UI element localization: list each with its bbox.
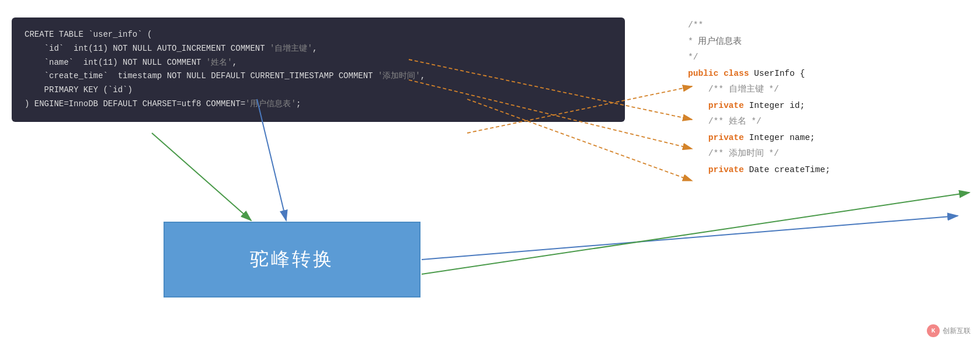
- java-field1: private Integer id;: [688, 98, 974, 114]
- java-field2: private Integer name;: [688, 130, 974, 146]
- java-field3: private Date createTime;: [688, 162, 974, 178]
- watermark-icon-letter: K: [932, 327, 936, 334]
- sql-line-4: `create_time` timestamp NOT NULL DEFAULT…: [25, 69, 612, 83]
- java-doc-comment-desc: * 用户信息表: [688, 34, 974, 50]
- svg-line-3: [152, 133, 251, 220]
- sql-line-2: `id` int(11) NOT NULL AUTO_INCREMENT COM…: [25, 42, 612, 56]
- sql-line-5: PRIMARY KEY (`id`): [25, 83, 612, 97]
- sql-line-6: ) ENGINE=InnoDB DEFAULT CHARSET=utf8 COM…: [25, 97, 612, 111]
- java-field3-comment: /** 添加时间 */: [688, 146, 974, 162]
- sql-code-block: CREATE TABLE `user_info` ( `id` int(11) …: [12, 18, 625, 122]
- java-field2-comment: /** 姓名 */: [688, 114, 974, 130]
- java-field1-comment: /** 自增主键 */: [688, 82, 974, 98]
- java-code-block: /** * 用户信息表 */ public class UserInfo { /…: [688, 18, 974, 178]
- watermark: K 创新互联: [927, 324, 971, 337]
- java-class-decl: public class UserInfo {: [688, 66, 974, 82]
- svg-line-5: [422, 216, 958, 260]
- watermark-icon: K: [927, 324, 940, 337]
- svg-line-6: [422, 192, 969, 274]
- java-doc-comment-end: */: [688, 50, 974, 66]
- sql-line-1: CREATE TABLE `user_info` (: [25, 28, 612, 42]
- java-doc-comment-start: /**: [688, 18, 974, 34]
- camel-conversion-box: 驼峰转换: [164, 222, 421, 298]
- sql-line-3: `name` int(11) NOT NULL COMMENT '姓名',: [25, 56, 612, 70]
- watermark-text: 创新互联: [943, 326, 971, 336]
- camel-box-label: 驼峰转换: [250, 247, 334, 272]
